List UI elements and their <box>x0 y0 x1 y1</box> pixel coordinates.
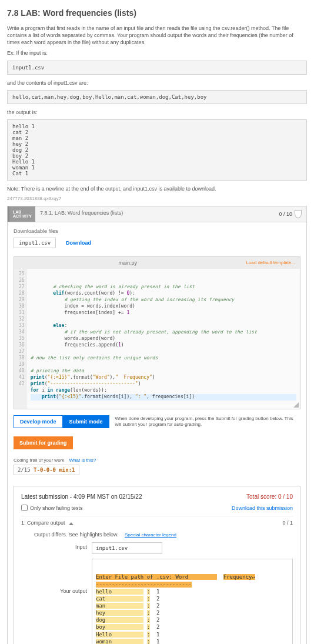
download-submission-link[interactable]: Download this submission <box>232 505 293 511</box>
what-is-this-link[interactable]: What is this? <box>69 458 96 463</box>
your-output-label: Your output <box>34 559 87 594</box>
submission-timestamp: Latest submission - 4:09 PM MST on 02/15… <box>21 493 142 500</box>
intro-paragraph: Write a program that first reads in the … <box>7 25 307 46</box>
mode-description: When done developing your program, press… <box>115 416 300 428</box>
mode-row: Develop mode Submit mode When done devel… <box>14 415 300 428</box>
editor-tabbar: main.py Load default template... <box>14 257 300 269</box>
lab-badge: LAB ACTIVITY <box>8 206 35 222</box>
csv-content-block: hello,cat,man,hey,dog,boy,Hello,man,cat,… <box>7 90 307 104</box>
example-input-block: input1.csv <box>7 61 307 75</box>
submission-panel: Latest submission - 4:09 PM MST on 02/15… <box>14 486 300 644</box>
submit-for-grading-button[interactable]: Submit for grading <box>14 436 73 449</box>
file-button[interactable]: input1.csv <box>14 238 56 248</box>
test-name: 1: Compare output <box>21 520 65 526</box>
lab-activity-panel: LAB ACTIVITY 7.8.1: LAB: Word frequencie… <box>7 206 307 644</box>
page-title: 7.8 LAB: Word frequencies (lists) <box>7 8 307 18</box>
your-output-box: Enter File path of .csv: Word Frequency↵… <box>92 559 293 644</box>
resize-handle-icon[interactable] <box>293 402 299 408</box>
special-char-legend-link[interactable]: Special character legend <box>125 532 176 538</box>
diff-note: Output differs. See highlights below. Sp… <box>34 532 293 538</box>
download-link[interactable]: Download <box>66 240 91 246</box>
trail-prefix: 2/15 <box>18 467 34 473</box>
input-label: Input <box>34 542 87 550</box>
trail-chain: T-0-0-0 min:1 <box>34 467 75 473</box>
lab-badge-bottom: ACTIVITY <box>13 214 32 218</box>
lab-header: LAB ACTIVITY 7.8.1: LAB: Word frequencie… <box>8 206 306 222</box>
lab-title: 7.8.1: LAB: Word frequencies (lists) <box>35 206 275 222</box>
test-score: 0 / 1 <box>282 520 293 526</box>
only-failing-checkbox[interactable] <box>21 505 28 511</box>
load-default-template-link[interactable]: Load default template... <box>241 257 300 268</box>
code-area[interactable]: # checking the word is already present i… <box>27 269 300 409</box>
code-editor[interactable]: main.py Load default template... 2526272… <box>14 256 300 409</box>
line-number-gutter: 252627282930313233343536373839404142 <box>14 269 27 409</box>
expected-output-block: hello 1 cat 2 man 2 hey 2 dog 2 boy 2 He… <box>7 119 307 181</box>
lab-score: 0 / 10 <box>274 206 306 222</box>
diff-note-text: Output differs. See highlights below. <box>34 532 118 538</box>
ex-label: Ex: If the input is: <box>7 49 307 56</box>
editor-filename: main.py <box>14 257 241 269</box>
resource-id: 247773.2031888.qx3zqy7 <box>7 196 307 201</box>
lab-score-text: 0 / 10 <box>279 211 292 217</box>
test-row[interactable]: 1: Compare output 0 / 1 <box>21 516 293 526</box>
shield-icon <box>295 210 302 218</box>
only-failing-text: Only show failing tests <box>30 505 83 511</box>
coding-trail-label: Coding trail of your work <box>14 458 64 463</box>
coding-trail-box: 2/15 T-0-0-0 min:1 <box>14 465 79 475</box>
note-paragraph: Note: There is a newline at the end of t… <box>7 185 307 192</box>
chevron-up-icon <box>69 522 74 525</box>
input-box: input1.csv <box>92 542 162 554</box>
submit-mode-button[interactable]: Submit mode <box>63 415 109 428</box>
output-label: the output is: <box>7 109 307 116</box>
submission-total-score: Total score: 0 / 10 <box>246 493 293 500</box>
develop-mode-button[interactable]: Develop mode <box>14 415 63 428</box>
downloadable-files-label: Downloadable files <box>14 228 300 234</box>
contents-label: and the contents of input1.csv are: <box>7 79 307 86</box>
coding-trail-row: Coding trail of your work What is this? … <box>14 458 300 475</box>
lab-badge-top: LAB <box>13 210 32 214</box>
only-failing-checkbox-label[interactable]: Only show failing tests <box>21 505 83 511</box>
